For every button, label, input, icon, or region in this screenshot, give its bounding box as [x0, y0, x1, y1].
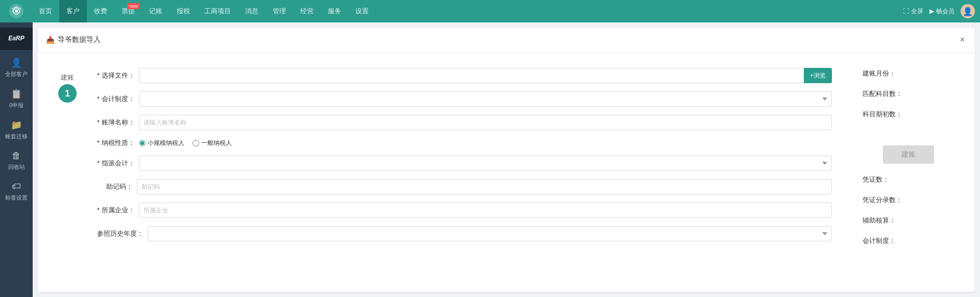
history-year-label: 参照历史年度：: [97, 229, 144, 238]
ledger-name-input[interactable]: [139, 115, 832, 130]
nav-right: ⛶ 全屏 ▶ 畅会员 👤: [903, 4, 975, 18]
right-actions: 建账: [863, 135, 954, 164]
assign-accountant-row: * 指派会计：: [97, 156, 832, 171]
match-subject-item: 匹配科目数：: [863, 89, 954, 98]
company-row: * 所属企业：: [97, 203, 832, 218]
tax-general-radio[interactable]: 一般纳税人: [193, 139, 232, 147]
top-navigation: 首页 客户 收费 票据 new 记账 报税 工商项目 消息 管理 经营 服务 设…: [0, 0, 980, 22]
sidebar: EaRP 👤 全部客户 📋 0申报 📁 账套迁移 🗑 回收站 🏷 标签设置: [0, 22, 33, 297]
memo-code-input[interactable]: [137, 179, 832, 194]
auxiliary-item: 辅助核算：: [863, 216, 954, 225]
company-label: * 所属企业：: [97, 206, 135, 215]
content-area: 📥 导爷数据导入 × 建账 1: [33, 22, 980, 297]
tax-small-label: 小规模纳税人: [148, 139, 184, 147]
history-year-row: 参照历史年度：: [97, 226, 832, 241]
sidebar-logo-text: EaRP: [8, 35, 24, 42]
invoice-badge: new: [127, 3, 140, 9]
accounting-system-label: * 会计制度：: [97, 94, 135, 104]
logo-icon: [9, 4, 23, 18]
nav-bookkeeping[interactable]: 记账: [142, 0, 170, 22]
sidebar-item-all-customers[interactable]: 👤 全部客户: [0, 52, 33, 83]
nav-tax[interactable]: 报税: [170, 0, 197, 22]
period-opening-item: 科目期初数：: [863, 110, 954, 119]
voucher-entry-item: 凭证分录数：: [863, 195, 954, 205]
trash-icon: 🗑: [12, 151, 21, 161]
memo-code-row: 助记码：: [97, 179, 832, 194]
build-account-button[interactable]: 建账: [883, 145, 934, 164]
member-btn[interactable]: ▶ 畅会员: [929, 7, 954, 16]
file-input[interactable]: [139, 68, 804, 83]
assign-accountant-label: * 指派会计：: [97, 159, 135, 168]
panel-body: 建账 1 * 选择文件： +浏览: [38, 53, 975, 292]
account-migration-icon: 📁: [11, 119, 22, 131]
step-indicator: 建账 1: [58, 68, 77, 245]
member-icon: ▶: [929, 8, 934, 15]
assign-accountant-select[interactable]: [139, 156, 832, 171]
nav-customer[interactable]: 客户: [59, 0, 87, 22]
file-label: * 选择文件：: [97, 71, 135, 80]
sidebar-item-tag-settings[interactable]: 🏷 标签设置: [0, 176, 33, 207]
nav-service[interactable]: 服务: [321, 0, 348, 22]
form-left-column: * 选择文件： +浏览 * 会计制度：: [97, 68, 832, 245]
main-panel: 📥 导爷数据导入 × 建账 1: [38, 28, 975, 292]
tag-icon: 🏷: [12, 181, 21, 192]
sidebar-logo: EaRP: [0, 28, 33, 50]
nav-manage[interactable]: 管理: [266, 0, 293, 22]
sidebar-item-trash[interactable]: 🗑 回收站: [0, 145, 33, 176]
browse-button[interactable]: +浏览: [804, 68, 832, 83]
nav-message[interactable]: 消息: [238, 0, 266, 22]
form-section: * 选择文件： +浏览 * 会计制度：: [97, 68, 954, 245]
accounting-system-row: * 会计制度：: [97, 91, 832, 107]
step-circle: 1: [58, 84, 77, 103]
build-month-item: 建账月份：: [863, 69, 954, 78]
form-with-step: 建账 1 * 选择文件： +浏览: [58, 68, 954, 245]
ledger-name-label: * 账簿名称：: [97, 118, 135, 127]
tax-small-radio[interactable]: 小规模纳税人: [139, 139, 184, 147]
all-customers-icon: 👤: [11, 57, 22, 68]
fullscreen-btn[interactable]: ⛶ 全屏: [903, 7, 923, 16]
fullscreen-icon: ⛶: [903, 8, 909, 15]
voucher-count-item: 凭证数：: [863, 175, 954, 184]
panel-title: 📥 导爷数据导入: [46, 35, 101, 44]
nav-fee[interactable]: 收费: [87, 0, 114, 22]
main-layout: EaRP 👤 全部客户 📋 0申报 📁 账套迁移 🗑 回收站 🏷 标签设置 �: [0, 22, 980, 297]
nav-business[interactable]: 工商项目: [197, 0, 238, 22]
nav-invoice[interactable]: 票据 new: [114, 0, 142, 22]
ledger-name-row: * 账簿名称：: [97, 115, 832, 130]
nav-home[interactable]: 首页: [32, 0, 59, 22]
history-year-select[interactable]: [148, 226, 832, 241]
nav-items: 首页 客户 收费 票据 new 记账 报税 工商项目 消息 管理 经营 服务 设…: [32, 0, 903, 22]
file-row: * 选择文件： +浏览: [97, 68, 832, 83]
tax-type-row: * 纳税性质： 小规模纳税人 一般纳税人: [97, 138, 832, 147]
step-label: 建账: [61, 73, 74, 82]
close-button[interactable]: ×: [958, 34, 967, 46]
avatar[interactable]: 👤: [961, 4, 975, 18]
sidebar-item-zero-declaration[interactable]: 📋 0申报: [0, 83, 33, 114]
panel-title-icon: 📥: [46, 36, 55, 44]
tax-type-label: * 纳税性质：: [97, 138, 135, 147]
accounting-system-select[interactable]: [139, 91, 832, 107]
tax-general-label: 一般纳税人: [201, 139, 232, 147]
nav-settings[interactable]: 设置: [348, 0, 376, 22]
file-input-group: +浏览: [139, 68, 832, 83]
tax-small-radio-input[interactable]: [139, 140, 146, 146]
svg-point-0: [15, 10, 18, 13]
nav-operation[interactable]: 经营: [293, 0, 321, 22]
sidebar-item-account-migration[interactable]: 📁 账套迁移: [0, 114, 33, 145]
zero-declaration-icon: 📋: [11, 88, 22, 100]
logo: [5, 0, 28, 22]
panel-header: 📥 导爷数据导入 ×: [38, 28, 975, 53]
accounting-system-right-item: 会计制度：: [863, 236, 954, 245]
memo-code-label: 助记码：: [97, 182, 133, 191]
tax-type-radio-group: 小规模纳税人 一般纳税人: [139, 139, 832, 147]
right-column: 建账月份： 匹配科目数： 科目期初数：: [863, 68, 954, 245]
tax-general-radio-input[interactable]: [193, 140, 199, 146]
company-input[interactable]: [139, 203, 832, 218]
avatar-icon: 👤: [963, 7, 973, 16]
